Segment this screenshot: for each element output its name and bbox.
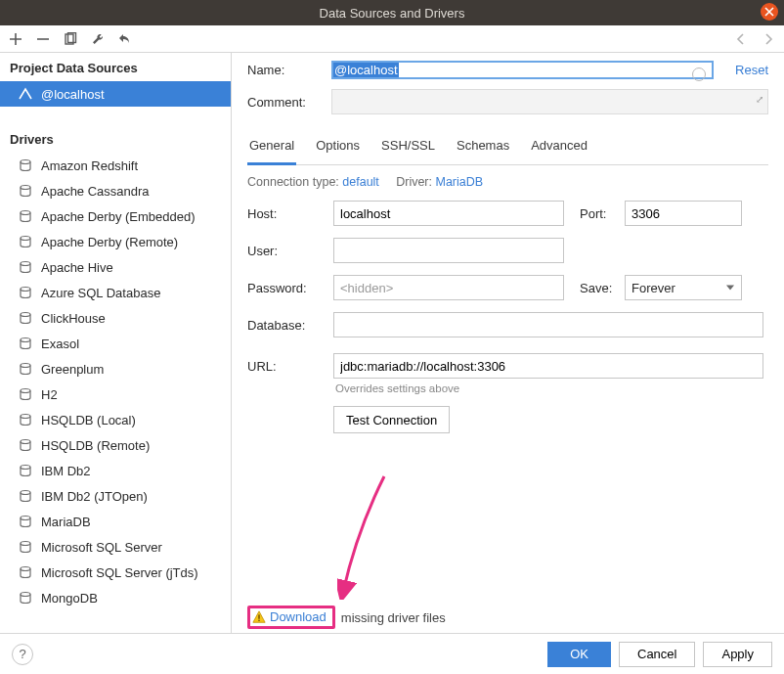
svg-point-18 <box>21 567 30 571</box>
driver-label: MariaDB <box>41 515 91 529</box>
warning-icon <box>252 610 266 624</box>
conn-type-link[interactable]: default <box>342 175 379 189</box>
datasource-icon <box>18 86 33 102</box>
driver-label: H2 <box>41 387 58 402</box>
driver-label: Apache Derby (Embedded) <box>41 209 196 224</box>
driver-icon <box>18 183 33 199</box>
titlebar: Data Sources and Drivers <box>0 0 784 25</box>
add-icon[interactable] <box>8 31 23 47</box>
sidebar-section-datasources: Project Data Sources <box>0 53 231 81</box>
driver-item[interactable]: Microsoft SQL Server <box>0 534 231 560</box>
driver-item[interactable]: Microsoft SQL Server (jTds) <box>0 560 231 585</box>
driver-icon <box>18 157 33 173</box>
port-input[interactable] <box>625 201 742 226</box>
tab-schemas[interactable]: Schemas <box>455 130 511 164</box>
driver-icon <box>18 310 33 326</box>
driver-item[interactable]: Exasol <box>0 331 231 356</box>
download-link[interactable]: Download <box>270 609 327 624</box>
driver-icon <box>18 437 33 453</box>
test-connection-button[interactable]: Test Connection <box>333 406 450 433</box>
driver-label: Exasol <box>41 337 79 351</box>
driver-item[interactable]: IBM Db2 (JTOpen) <box>0 483 231 509</box>
database-label: Database: <box>247 318 324 333</box>
override-note: Overrides settings above <box>335 382 768 394</box>
svg-point-13 <box>21 440 30 444</box>
url-label: URL: <box>247 359 324 374</box>
svg-point-16 <box>21 517 30 520</box>
driver-label: Apache Hive <box>41 260 113 275</box>
driver-item[interactable]: IBM Db2 <box>0 458 231 483</box>
driver-icon <box>18 564 33 580</box>
driver-item[interactable]: Greenplum <box>0 356 231 382</box>
driver-item[interactable]: Apache Derby (Remote) <box>0 229 231 254</box>
bottombar: ? OK Cancel Apply <box>0 633 784 674</box>
svg-point-7 <box>21 288 30 292</box>
ok-button[interactable]: OK <box>547 642 611 667</box>
svg-point-9 <box>21 338 30 342</box>
remove-icon[interactable] <box>35 31 51 47</box>
copy-icon[interactable] <box>63 31 78 47</box>
driver-item[interactable]: ClickHouse <box>0 305 231 331</box>
svg-point-15 <box>21 491 30 495</box>
comment-label: Comment: <box>247 95 324 110</box>
expand-icon[interactable]: ⤢ <box>756 94 763 105</box>
name-input[interactable]: @localhost <box>333 63 399 77</box>
driver-label: HSQLDB (Remote) <box>41 438 150 453</box>
port-label: Port: <box>580 206 615 221</box>
comment-input[interactable]: ⤢ <box>331 89 768 114</box>
svg-point-5 <box>21 237 30 241</box>
driver-item[interactable]: HSQLDB (Local) <box>0 407 231 432</box>
host-input[interactable] <box>333 201 564 226</box>
datasource-item-localhost[interactable]: @localhost <box>0 81 231 107</box>
password-input[interactable] <box>333 275 564 300</box>
conn-type-label: Connection type: <box>247 175 339 189</box>
save-select[interactable]: Forever <box>625 275 742 300</box>
svg-point-2 <box>21 160 30 164</box>
tab-sshssl[interactable]: SSH/SSL <box>379 130 437 164</box>
driver-item[interactable]: Apache Cassandra <box>0 178 231 203</box>
driver-label: Microsoft SQL Server (jTds) <box>41 565 198 580</box>
tabs: General Options SSH/SSL Schemas Advanced <box>247 130 768 165</box>
back-icon <box>733 31 749 47</box>
driver-link[interactable]: MariaDB <box>436 175 484 189</box>
reset-link[interactable]: Reset <box>735 63 768 77</box>
window-close-button[interactable] <box>761 3 778 21</box>
svg-point-17 <box>21 542 30 546</box>
driver-label: Greenplum <box>41 362 104 377</box>
driver-item[interactable]: MongoDB <box>0 585 231 610</box>
driver-label: HSQLDB (Local) <box>41 413 136 427</box>
help-button[interactable]: ? <box>12 644 33 665</box>
forward-icon <box>761 31 776 47</box>
driver-item[interactable]: Azure SQL Database <box>0 280 231 305</box>
driver-item[interactable]: Apache Hive <box>0 254 231 280</box>
driver-item[interactable]: MariaDB <box>0 509 231 534</box>
driver-icon <box>18 412 33 427</box>
window-title: Data Sources and Drivers <box>320 6 465 21</box>
revert-icon[interactable] <box>117 31 133 47</box>
driver-icon <box>18 336 33 351</box>
annotation-arrow <box>337 472 396 600</box>
url-input[interactable] <box>333 353 763 379</box>
svg-point-8 <box>21 313 30 317</box>
driver-label: Driver: <box>396 175 432 189</box>
clear-icon[interactable] <box>692 67 706 81</box>
tab-advanced[interactable]: Advanced <box>529 130 589 164</box>
driver-item[interactable]: Amazon Redshift <box>0 153 231 178</box>
sidebar-section-drivers: Drivers <box>0 124 231 153</box>
driver-label: IBM Db2 (JTOpen) <box>41 489 148 504</box>
tab-general[interactable]: General <box>247 130 296 165</box>
driver-item[interactable]: H2 <box>0 382 231 407</box>
wrench-icon[interactable] <box>90 31 106 47</box>
driver-label: Amazon Redshift <box>41 158 138 173</box>
driver-label: Apache Derby (Remote) <box>41 235 178 249</box>
driver-item[interactable]: Apache Derby (Embedded) <box>0 203 231 229</box>
svg-point-4 <box>21 211 30 215</box>
driver-icon <box>18 488 33 504</box>
database-input[interactable] <box>333 312 763 337</box>
driver-item[interactable]: HSQLDB (Remote) <box>0 432 231 458</box>
sidebar[interactable]: Project Data Sources @localhost Drivers … <box>0 53 232 633</box>
apply-button[interactable]: Apply <box>703 642 772 667</box>
tab-options[interactable]: Options <box>314 130 362 164</box>
user-input[interactable] <box>333 238 564 263</box>
cancel-button[interactable]: Cancel <box>619 642 695 667</box>
